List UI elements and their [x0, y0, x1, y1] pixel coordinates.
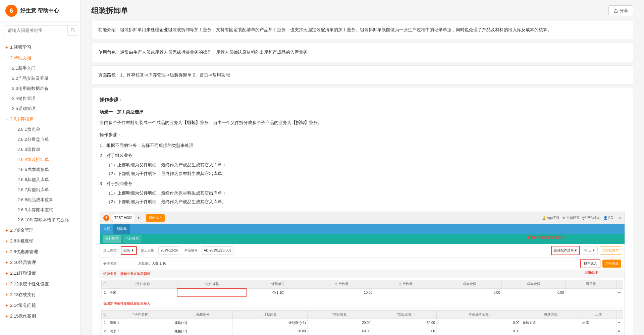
tab-unprocessed[interactable]: 未处理单	[103, 235, 121, 243]
form-docno: AD-20191226-001	[202, 246, 234, 255]
form-warehouse	[121, 263, 136, 264]
sidebar-item-label-operation: 2.10经营管理	[10, 260, 36, 266]
sidebar-item-inbound[interactable]: 2.6.6其他入库单	[0, 175, 80, 185]
col2-outbound: 出库	[581, 311, 616, 319]
sidebar-item-purchase[interactable]: 2.5采购管理	[0, 104, 80, 114]
form-date: 2019-12-26	[158, 246, 180, 255]
sidebar-item-coupon[interactable]: + 2.9优惠券管理	[0, 246, 80, 257]
close-icon: ×	[619, 213, 621, 223]
sidebar-item-finance[interactable]: + 2.7资金管理	[0, 225, 80, 236]
col2-action-th	[616, 311, 623, 319]
col2-actual-amt: *实际金额	[372, 311, 437, 319]
sidebar-item-ledgererror[interactable]: 2.6.10库存账本错了怎么办	[0, 215, 80, 225]
form-btn3[interactable]: 立即处理单	[600, 246, 621, 255]
sidebar-item-custom[interactable]: + 2.12系统个性化设置	[0, 279, 80, 289]
logo-icon: 6	[5, 5, 17, 17]
sidebar-item-sales[interactable]: 2.4销售管理	[0, 94, 80, 104]
row1-edit[interactable]: ✏	[616, 288, 623, 297]
enable-process-label: 拟赤成入	[584, 262, 597, 265]
sidebar-item-newbie[interactable]: 2.1新手入门	[0, 63, 80, 73]
app-icon-2: ⚙ 初始设置	[562, 215, 580, 221]
sidebar-item-assemble[interactable]: 2.6.4组装拆卸单	[0, 155, 80, 165]
content-area: 功能介绍：组装拆卸单用来处理企业组装或拆卸等加工业务，支持有固定装配清单的产品加…	[80, 20, 644, 335]
crow1-edit[interactable]: ✏	[616, 319, 623, 327]
crow1-num: 1	[102, 319, 108, 327]
sidebar-item-label-mobile: 2.8手机旺铺	[10, 238, 34, 244]
col-parent-name: *父件名称	[108, 280, 177, 289]
form-type-select[interactable]: 组装 ▼	[121, 246, 137, 255]
sidebar-item-docs[interactable]: − 2.帮助文档	[0, 53, 80, 63]
upper-table-container: ☐ *父件名称 *父件规格 计量单位 生产数量 生产数量 成本金额 成本金额 可…	[100, 278, 625, 298]
parent-table: ☐ *父件名称 *父件规格 计量单位 生产数量 生产数量 成本金额 成本金额 可…	[101, 280, 623, 297]
sidebar-item-label-coupon: 2.9优惠券管理	[10, 249, 38, 255]
sidebar-item-costadjust[interactable]: 2.6.5成本调整单	[0, 165, 80, 175]
row1-cost2: 0.00	[501, 288, 565, 297]
sidebar-item-payment[interactable]: + 2.13在线支付	[0, 289, 80, 300]
sidebar-item-inventory[interactable]: − 2.6库存核算	[0, 114, 80, 124]
collapse-icon: −	[5, 55, 8, 61]
sidebar-item-cases[interactable]: + 2.15操作案例	[0, 311, 80, 322]
type-switch-bar: 组装业务、拆卸业务在这里切换 启用处理	[100, 270, 625, 278]
step2-2: （2）下部明细为子件明细，最终作为原材料生成其它出库单。	[100, 169, 625, 178]
col2-checkbox: ☐	[102, 311, 108, 319]
nav-home[interactable]: 自页	[100, 224, 113, 234]
form-btn2[interactable]: 输出 ▼	[582, 246, 598, 255]
col-unit: 计量单位	[246, 280, 310, 289]
share-icon	[613, 8, 618, 13]
crow1-spec: 规格(+1)	[173, 319, 233, 327]
sidebar-item-dataprep[interactable]: 2.3使用前数据准备	[0, 83, 80, 94]
scene1-title: 场景一：加工类型选择	[100, 108, 625, 116]
table-row-1: 1 关米 包(1-10) 10.00 0.00 0.00 ✏	[102, 288, 623, 297]
sidebar-item-videos[interactable]: + 1.视频学习	[0, 42, 80, 53]
crow1-actual-qty: 20.00	[307, 319, 372, 327]
crow2-name: 黑米 2	[108, 327, 173, 335]
svg-point-0	[71, 28, 74, 31]
confirm-btn[interactable]: 立即完成	[602, 260, 621, 268]
search-button[interactable]	[68, 25, 78, 36]
expand-icon-faq: +	[5, 303, 8, 308]
app-form-row1: 加工类型 : 组装 ▼ 加工日期 : 2019-12-26 单据编号 : AD-…	[100, 244, 625, 258]
form-docno-label: 单据编号 :	[184, 247, 200, 254]
app-icon-4: 👤 CC	[603, 215, 613, 221]
sidebar-item-label-faq: 2.14常见问题	[10, 302, 36, 309]
sidebar-item-ledger[interactable]: 2.6.9库存账本查询	[0, 205, 80, 215]
nav-active[interactable]: 新增单	[113, 224, 130, 234]
sidebar-item-mobile[interactable]: + 2.8手机旺铺	[0, 236, 80, 246]
col-prod-qty: 生产数量	[310, 280, 374, 289]
sidebar-item-operation[interactable]: + 2.10经营管理	[0, 257, 80, 268]
sidebar-item-outbound[interactable]: 2.6.7其他出库单	[0, 185, 80, 195]
select-bom-btn[interactable]: 选择配件清单▼	[551, 246, 580, 255]
expand-icon-operation: +	[5, 260, 8, 265]
search-input[interactable]	[4, 25, 68, 35]
app-title: 好生意 帮助中心	[20, 7, 59, 14]
col2-spec: 规格型号	[173, 311, 233, 319]
enable-process-btn[interactable]: 拟赤成入	[580, 259, 600, 268]
row1-avail	[566, 288, 616, 297]
col-action-th	[616, 280, 623, 289]
intro-text: 功能介绍：组装拆卸单用来处理企业组装或拆卸等加工业务，支持有固定装配清单的产品加…	[98, 26, 626, 34]
app-spacer: ▼	[137, 215, 140, 221]
sidebar-item-install[interactable]: 2.2产品安装及登录	[0, 73, 80, 83]
crow2-unit-cost: 0.00	[437, 327, 521, 335]
crow2-edit[interactable]: ✏	[616, 327, 623, 335]
sidebar-item-transfer[interactable]: 2.6.3调拨单	[0, 145, 80, 155]
expand-icon: +	[5, 45, 8, 50]
row1-name: 关米	[108, 288, 177, 297]
col2-spread: 摊牌方式	[521, 311, 581, 319]
share-label: 分享	[620, 8, 628, 14]
sidebar-item-faq[interactable]: + 2.14常见问题	[0, 300, 80, 311]
crow2-actual-qty: 60.00	[307, 327, 372, 335]
sidebar-item-costrecalc[interactable]: 2.6.8商品成本重算	[0, 195, 80, 205]
sidebar-item-label: 1.视频学习	[10, 44, 31, 50]
crow2-num: 2	[102, 327, 108, 335]
sidebar-item-stocktake[interactable]: 2.6.1盘点单	[0, 124, 80, 134]
sidebar-item-label-custom: 2.12系统个性化设置	[10, 281, 49, 287]
sidebar-item-partialinv[interactable]: 2.6.2分量盘点单	[0, 134, 80, 145]
crow1-name: 黑米 1	[108, 319, 173, 327]
sidebar-item-print[interactable]: + 2.11打印设置	[0, 268, 80, 279]
steps-block: 操作步骤： 场景一：加工类型选择 当由多个子件材料组装成一个成品的业务为【组装】…	[91, 88, 633, 335]
crow2-outbound	[581, 327, 616, 335]
expand-icon-coupon: +	[5, 249, 8, 255]
tab-processed[interactable]: 已处理单	[123, 235, 142, 243]
share-button[interactable]: 分享	[608, 5, 633, 16]
